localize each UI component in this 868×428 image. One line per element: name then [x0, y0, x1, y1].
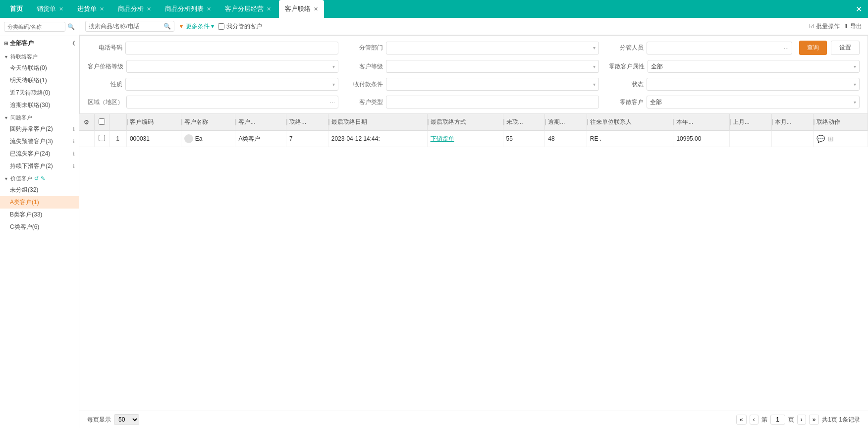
sidebar-item-today[interactable]: 今天待联络(0) — [0, 62, 79, 74]
customer-avatar — [184, 134, 193, 143]
batch-op-btn[interactable]: ☑ 批量操作 — [809, 22, 840, 31]
tab-home[interactable]: 首页 — [4, 0, 29, 18]
filter-input-dept[interactable]: ▾ — [386, 42, 599, 54]
col-no-contact[interactable]: 未联... — [503, 114, 545, 131]
filter-input-customer-level[interactable]: ▾ — [386, 60, 599, 73]
tab-purchase[interactable]: 进货单 ✕ — [71, 0, 110, 18]
main-search-input[interactable] — [89, 23, 162, 30]
sidebar: 🔍 ⊞ 全部客户 《 ▼ 待联络客户 今天待联络(0) 明天待联络(1) 近7天… — [0, 18, 79, 428]
close-tab-purchase[interactable]: ✕ — [100, 6, 104, 12]
edit-group-icon[interactable]: ✎ — [41, 175, 45, 182]
first-page-btn[interactable]: « — [736, 415, 747, 425]
select-all-checkbox[interactable] — [99, 118, 105, 125]
td-contact: 7 — [286, 131, 328, 147]
query-btn[interactable]: 查询 — [799, 41, 827, 55]
sidebar-search-input[interactable] — [4, 22, 65, 32]
sidebar-item-b-class[interactable]: B类客户(33) — [0, 209, 79, 221]
close-all-tabs[interactable]: ✕ — [856, 4, 862, 14]
sidebar-item-a-class[interactable]: A类客户(1) — [0, 196, 79, 209]
next-page-btn[interactable]: › — [797, 415, 806, 425]
col-last-method[interactable]: 最后联络方式 — [427, 114, 503, 131]
page-number-input[interactable] — [770, 415, 785, 425]
close-tab-analysis-list[interactable]: ✕ — [207, 6, 211, 12]
filter-label-payment: 收付款条件 — [348, 80, 383, 89]
col-last-date[interactable]: 最后联络日期 — [328, 114, 427, 131]
td-checkbox[interactable] — [94, 131, 109, 147]
region-dots: ··· — [330, 99, 335, 106]
filter-input-price-level[interactable]: ▾ — [126, 60, 338, 73]
filter-row-region: 区域（地区） ··· — [88, 96, 338, 108]
filter-input-region[interactable]: ··· — [126, 96, 338, 108]
sidebar-item-churned[interactable]: 已流失客户(24) ℹ — [0, 148, 79, 160]
main-search-icon[interactable]: 🔍 — [163, 23, 171, 30]
sidebar-collapse-icon[interactable]: 《 — [70, 40, 75, 47]
filter-input-status[interactable]: ▾ — [647, 78, 860, 91]
col-select-all[interactable] — [94, 114, 109, 131]
close-tab-customer-contact[interactable]: ✕ — [314, 6, 318, 12]
close-tab-sales[interactable]: ✕ — [59, 6, 63, 12]
filter-input-nature[interactable]: ▾ — [125, 78, 338, 91]
col-gear[interactable]: ⚙ — [79, 114, 94, 131]
td-action: 💬 ⊞ — [814, 131, 868, 147]
prev-page-btn[interactable]: ‹ — [750, 415, 759, 425]
sidebar-item-c-class[interactable]: C类客户(6) — [0, 221, 79, 233]
my-customer-checkbox-area[interactable]: 我分管的客户 — [218, 22, 262, 31]
table-row: 1 000031 Ea A类客户 7 2023-04-12 14:44: 下销货… — [79, 131, 868, 147]
col-code[interactable]: 客户编码 — [126, 114, 181, 131]
main-layout: 🔍 ⊞ 全部客户 《 ▼ 待联络客户 今天待联络(0) 明天待联络(1) 近7天… — [0, 18, 868, 428]
sidebar-all-customers[interactable]: ⊞ 全部客户 《 — [0, 36, 79, 51]
sidebar-item-7days[interactable]: 近7天待联络(0) — [0, 87, 79, 99]
filter-input-retail-attr[interactable]: 全部▾ — [648, 60, 860, 73]
sidebar-group-value[interactable]: ▼ 价值客户 ↺ ✎ — [0, 172, 79, 184]
col-this-year[interactable]: 本年... — [673, 114, 729, 131]
sidebar-item-repurchase-abnormal[interactable]: 回购异常客户(2) ℹ — [0, 123, 79, 135]
col-contact[interactable]: 联络... — [286, 114, 328, 131]
action-qr-icon[interactable]: ⊞ — [828, 135, 834, 143]
sidebar-item-overdue[interactable]: 逾期未联络(30) — [0, 99, 79, 111]
filter-label-region: 区域（地区） — [88, 98, 123, 107]
export-btn[interactable]: ⬆ 导出 — [844, 22, 862, 31]
tab-analysis-list[interactable]: 商品分析列表 ✕ — [159, 0, 217, 18]
col-last-month[interactable]: 上月... — [729, 114, 771, 131]
filter-label-customer-level: 客户等级 — [348, 62, 383, 71]
filter-row-payment: 收付款条件 ▾ — [348, 78, 599, 91]
tab-sales[interactable]: 销货单 ✕ — [31, 0, 69, 18]
col-contact-person[interactable]: 往来单位联系人 — [587, 114, 673, 131]
filter-input-retail-customer[interactable]: 全部▾ — [647, 96, 860, 108]
triangle-icon3: ▼ — [4, 176, 8, 181]
sidebar-group-problem[interactable]: ▼ 问题客户 — [0, 111, 79, 123]
info-icon4: ℹ — [73, 163, 75, 169]
sidebar-item-declining[interactable]: 持续下滑客户(2) ℹ — [0, 160, 79, 172]
filter-input-phone[interactable] — [125, 42, 338, 54]
export-icon: ⬆ — [844, 23, 849, 30]
info-icon: ℹ — [73, 126, 75, 132]
sidebar-group-pending[interactable]: ▼ 待联络客户 — [0, 51, 79, 62]
col-type[interactable]: 客户... — [235, 114, 286, 131]
td-last-method[interactable]: 下销货单 — [427, 131, 503, 147]
sidebar-item-unclassified[interactable]: 未分组(32) — [0, 184, 79, 196]
page-size-select[interactable]: 50 10 20 100 — [114, 414, 139, 425]
action-chat-icon[interactable]: 💬 — [816, 135, 825, 143]
tab-customer-contact[interactable]: 客户联络 ✕ — [279, 0, 324, 18]
close-tab-analysis[interactable]: ✕ — [147, 6, 151, 12]
tab-customer-tier[interactable]: 客户分层经营 ✕ — [219, 0, 277, 18]
filter-input-customer-type[interactable] — [386, 96, 599, 108]
col-overdue[interactable]: 逾期... — [545, 114, 587, 131]
filter-input-manager[interactable]: ··· — [647, 42, 792, 54]
row-checkbox[interactable] — [99, 135, 105, 141]
sidebar-item-churn-warning[interactable]: 流失预警客户(3) ℹ — [0, 135, 79, 148]
close-tab-customer-tier[interactable]: ✕ — [267, 6, 271, 12]
filter-row-nature: 性质 ▾ — [88, 78, 338, 91]
filter-row-customer-level: 客户等级 ▾ — [348, 60, 599, 73]
more-filters-btn[interactable]: ▼ 更多条件 ▾ — [178, 22, 214, 31]
refresh-icon[interactable]: ↺ — [34, 175, 39, 182]
my-customer-checkbox[interactable] — [218, 23, 224, 30]
settings-btn[interactable]: 设置 — [831, 41, 860, 55]
col-name[interactable]: 客户名称 — [181, 114, 235, 131]
filter-input-payment[interactable]: ▾ — [386, 78, 599, 91]
tab-analysis[interactable]: 商品分析 ✕ — [112, 0, 157, 18]
sidebar-search-icon[interactable]: 🔍 — [67, 23, 75, 30]
col-this-month[interactable]: 本月... — [771, 114, 814, 131]
sidebar-item-tomorrow[interactable]: 明天待联络(1) — [0, 74, 79, 87]
last-page-btn[interactable]: » — [809, 415, 819, 425]
